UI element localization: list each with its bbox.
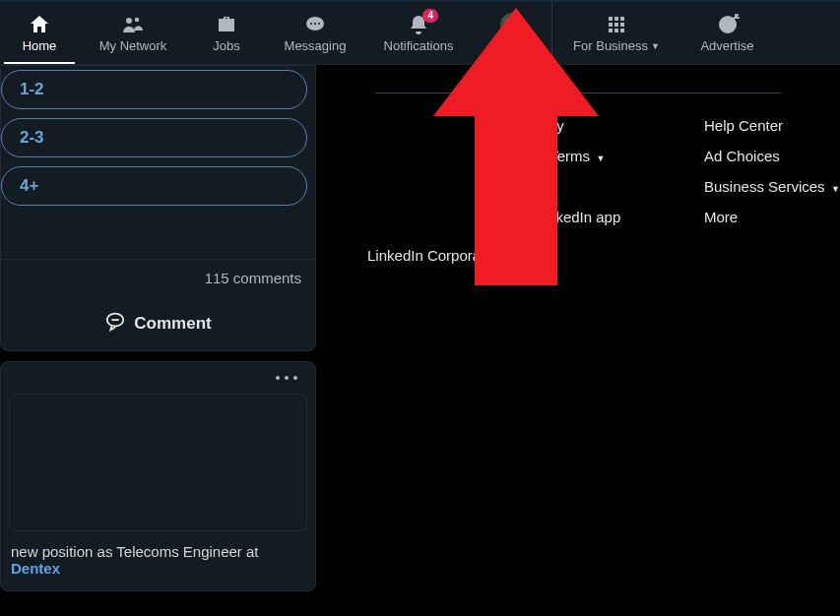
post-menu-button[interactable]: [276, 376, 297, 380]
briefcase-icon: [215, 13, 238, 36]
people-icon: [121, 13, 145, 36]
caret-down-icon: ▼: [594, 154, 605, 163]
top-navigation: Home My Network Jobs Messaging 4 Notific…: [0, 0, 840, 65]
post-body: [9, 394, 307, 531]
svg-point-16: [725, 22, 731, 28]
home-icon: [28, 13, 51, 36]
footer-separator: [375, 92, 781, 93]
footer-copyright: LinkedIn Corporation © 2023: [316, 247, 840, 264]
svg-point-5: [318, 23, 320, 25]
nav-network[interactable]: My Network: [79, 2, 187, 64]
footer-accessibility[interactable]: Accessibility: [484, 117, 680, 134]
footer-help-center[interactable]: Help Center: [704, 117, 840, 134]
svg-rect-7: [614, 17, 618, 21]
feed-column: 1-2 2-3 4+ 115 comments Comment new posi…: [0, 65, 316, 616]
nav-home[interactable]: Home: [0, 2, 79, 64]
svg-point-1: [135, 18, 139, 22]
footer-business-services[interactable]: Business Services ▼: [704, 178, 840, 195]
nav-for-business-label: For Business▼: [573, 38, 660, 53]
svg-rect-14: [620, 29, 624, 32]
post-company-link[interactable]: Dentex: [11, 560, 60, 577]
footer-advertising[interactable]: Advertising: [484, 178, 680, 195]
footer-ad-choices[interactable]: Ad Choices: [704, 148, 840, 164]
message-icon: [303, 13, 327, 36]
avatar: [500, 13, 524, 36]
svg-rect-6: [609, 17, 613, 21]
poll-option[interactable]: 4+: [1, 166, 307, 206]
nav-network-label: My Network: [99, 38, 167, 53]
svg-point-3: [310, 23, 312, 25]
caret-down-icon: ▼: [518, 41, 527, 51]
notifications-badge: 4: [422, 9, 438, 23]
nav-for-business[interactable]: For Business▼: [552, 2, 680, 64]
nav-notifications[interactable]: 4 Notifications: [364, 2, 473, 64]
footer-get-app[interactable]: Get the LinkedIn app: [484, 209, 680, 225]
nav-me-label: Me▼: [497, 38, 527, 53]
nav-notifications-label: Notifications: [384, 38, 454, 53]
poll-option[interactable]: 2-3: [1, 118, 307, 157]
caret-down-icon: ▼: [651, 41, 660, 51]
footer-more[interactable]: More: [704, 209, 840, 225]
caret-down-icon: ▼: [829, 184, 840, 194]
svg-rect-9: [609, 23, 613, 27]
comment-icon: [104, 310, 126, 337]
svg-point-4: [314, 23, 316, 25]
bell-icon: 4: [407, 13, 430, 36]
grid-icon: [605, 13, 628, 36]
nav-jobs-label: Jobs: [213, 38, 239, 53]
nav-jobs[interactable]: Jobs: [187, 2, 266, 64]
svg-rect-8: [620, 17, 624, 21]
post-card: new position as Telecoms Engineer at Den…: [0, 361, 316, 591]
nav-advertise[interactable]: Advertise: [680, 2, 774, 64]
svg-rect-12: [609, 29, 613, 32]
nav-advertise-label: Advertise: [700, 38, 753, 53]
footer-sidebar: Accessibility Help Center Privacy & Term…: [316, 65, 840, 616]
comment-button[interactable]: Comment: [1, 296, 315, 350]
nav-messaging[interactable]: Messaging: [266, 2, 364, 64]
svg-rect-13: [614, 29, 618, 32]
svg-point-0: [126, 18, 132, 24]
comment-label: Comment: [134, 314, 211, 334]
svg-rect-10: [614, 23, 618, 27]
nav-me[interactable]: Me▼: [473, 2, 551, 64]
target-icon: [716, 13, 740, 36]
nav-home-label: Home: [23, 38, 57, 53]
footer-privacy[interactable]: Privacy & Terms ▼: [484, 148, 680, 164]
svg-rect-11: [620, 23, 624, 27]
post-text: new position as Telecoms Engineer at Den…: [1, 539, 315, 590]
poll-card: 1-2 2-3 4+ 115 comments Comment: [0, 65, 316, 351]
comments-count[interactable]: 115 comments: [1, 259, 315, 296]
poll-option[interactable]: 1-2: [1, 70, 307, 109]
nav-messaging-label: Messaging: [285, 38, 347, 53]
